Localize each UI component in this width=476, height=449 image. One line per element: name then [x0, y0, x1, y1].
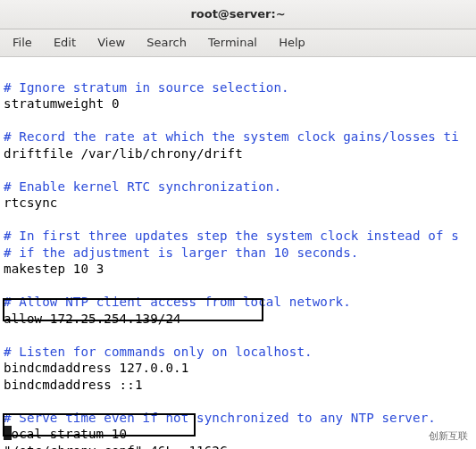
watermark: 创新互联 — [426, 428, 471, 444]
terminal-viewport[interactable]: # Ignore stratum in source selection. st… — [0, 57, 476, 449]
menu-help[interactable]: Help — [270, 29, 314, 56]
comment-line: # Listen for commands only on localhost. — [4, 345, 313, 359]
terminal-cursor — [4, 426, 12, 440]
menu-terminal[interactable]: Terminal — [199, 29, 266, 56]
menu-edit[interactable]: Edit — [45, 29, 85, 56]
comment-line: # Ignore stratum in source selection. — [4, 80, 289, 95]
config-line: bindcmdaddress 127.0.0.1 — [4, 361, 188, 375]
comment-line: # if the adjustment is larger than 10 se… — [4, 245, 359, 260]
menu-file[interactable]: File — [4, 29, 41, 56]
comment-line: # Record the rate at which the system cl… — [4, 129, 459, 144]
comment-line: # Enable kernel RTC synchronization. — [4, 179, 281, 194]
config-line: driftfile /var/lib/chrony/drift — [4, 146, 243, 161]
config-line: stratumweight 0 — [4, 96, 120, 111]
config-line-local: ocal stratum 10 — [12, 427, 128, 441]
menu-search[interactable]: Search — [138, 29, 196, 56]
config-line: bindcmdaddress ::1 — [4, 378, 143, 392]
comment-line: # Allow NTP client access from local net… — [4, 295, 351, 309]
config-line: makestep 10 3 — [4, 262, 104, 276]
menu-view[interactable]: View — [88, 29, 134, 56]
window-title: root@server:~ — [0, 0, 476, 29]
menubar: File Edit View Search Terminal Help — [0, 29, 476, 57]
config-line: rtcsync — [4, 195, 58, 210]
comment-line: # In first three updates step the system… — [4, 229, 459, 243]
vim-status-line: "/etc/chrony.conf" 46L, 1162C — [4, 444, 228, 450]
comment-line: # Serve time even if not synchronized to… — [4, 411, 436, 425]
config-line-allow: allow 172.25.254.139/24 — [4, 312, 181, 326]
